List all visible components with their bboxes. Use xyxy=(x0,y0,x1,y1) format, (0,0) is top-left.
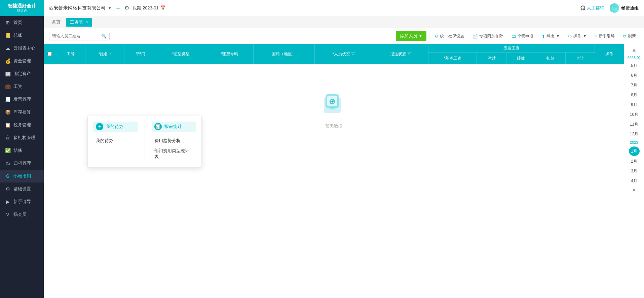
sidebar-item-multi-org[interactable]: 🏛多机构管理 xyxy=(0,131,44,144)
new-guide-label: 新手引导 xyxy=(599,33,615,39)
table-container: 工号 *姓名 ↕ *部门 *证型类型 *证型号码 国籍（地区） *人员状态 ▽ … xyxy=(44,44,624,298)
search-box[interactable]: 🔍 xyxy=(49,32,110,40)
tab-home-label: 首页 xyxy=(52,19,61,25)
user-menu[interactable]: CE 畅捷通组 xyxy=(610,3,639,13)
my-todo-item[interactable]: 我的待办 xyxy=(93,136,138,146)
sidebar-item-fixed-assets[interactable]: 🏢固定资产 xyxy=(0,67,44,80)
sidebar-item-fund-management[interactable]: 💰资金管理 xyxy=(0,55,44,67)
sidebar-item-xiaochang[interactable]: G小畅报销 xyxy=(0,170,44,183)
company-selector[interactable]: 西安虾米网络科技有限公司 ▼ xyxy=(49,5,112,11)
sidebar-icon-invoice-management: 🧾 xyxy=(5,97,11,102)
social-insurance-button[interactable]: ⚙ 统一社保设置 xyxy=(432,32,467,40)
tab-payroll-label: 工资表 xyxy=(70,19,83,25)
tab-payroll-close-icon[interactable]: ✕ xyxy=(85,20,88,24)
sidebar-icon-basic-settings: ⚙ xyxy=(5,186,11,192)
user-name: 畅捷通组 xyxy=(621,5,639,11)
sidebar-item-inventory[interactable]: 📦库存核算 xyxy=(0,106,44,119)
month-item-1[interactable]: 1月 xyxy=(629,146,640,156)
sidebar-item-member[interactable]: V畅会员 xyxy=(0,208,44,221)
search-input[interactable] xyxy=(52,34,99,38)
period-label: 账期 xyxy=(132,5,141,11)
sidebar-icon-multi-org: 🏛 xyxy=(5,135,11,140)
month-item-10[interactable]: 10月 xyxy=(624,110,644,120)
content-area: 🔍 添加人员 ▼ ⚙ 统一社保设置 📄 专项附加扣除 🗃 个税 xyxy=(44,28,644,298)
logo: 畅捷通好会计 畅捷通 xyxy=(0,0,44,16)
sidebar-icon-inventory: 📦 xyxy=(5,109,11,115)
th-person-status: *人员状态 ▽ xyxy=(314,44,373,64)
month-item-2[interactable]: 2月 xyxy=(624,157,644,166)
my-todo-title: 我的待办 xyxy=(106,124,123,130)
empty-icon xyxy=(320,91,347,118)
sidebar-item-close-accounts[interactable]: ✅结账 xyxy=(0,144,44,157)
tab-payroll[interactable]: 工资表 ✕ xyxy=(66,18,92,27)
month-item-7[interactable]: 7月 xyxy=(624,80,644,90)
th-checkbox[interactable] xyxy=(44,44,56,64)
sidebar-icon-new-guide: ▶ xyxy=(5,199,11,204)
th-nationality: 国籍（地区） xyxy=(254,44,315,64)
new-guide-button[interactable]: ? 新手引导 xyxy=(592,32,617,40)
service-button[interactable]: 🎧 人工咨询 xyxy=(580,5,604,11)
sidebar-item-archive[interactable]: 🗂归档管理 xyxy=(0,157,44,170)
add-person-label: 添加人员 xyxy=(400,33,417,39)
tab-home[interactable]: 首页 xyxy=(48,18,65,27)
month-nav-up[interactable]: ▲ xyxy=(624,45,644,54)
export-dropdown-icon: ▼ xyxy=(556,34,560,38)
topbar: 西安虾米网络科技有限公司 ▼ ＋ ⚙ 账期 2023-01 📅 🎧 人工咨询 C… xyxy=(44,0,644,16)
th-name: *姓名 ↕ xyxy=(85,44,124,64)
search-icon: 🔍 xyxy=(101,34,107,39)
sidebar-icon-general-ledger: 📒 xyxy=(5,33,11,38)
personal-tax-label: 个税申报 xyxy=(517,33,533,39)
social-insurance-icon: ⚙ xyxy=(435,34,439,39)
popup-col2-header[interactable]: 📊 报表统计 xyxy=(152,122,196,132)
th-cert-number: *证型号码 xyxy=(205,44,254,64)
popup-col1-header[interactable]: ✦ 我的待办 xyxy=(93,122,138,132)
refresh-label: 刷新 xyxy=(628,33,636,39)
year-2023-label: 2023 xyxy=(629,139,639,146)
sidebar-item-invoice-management[interactable]: 🧾发票管理 xyxy=(0,93,44,106)
export-button[interactable]: ⬆ 导出 ▼ xyxy=(539,32,563,40)
month-item-4[interactable]: 4月 xyxy=(624,176,644,186)
sidebar-item-payroll[interactable]: 💼工资 xyxy=(0,80,44,93)
month-item-9[interactable]: 9月 xyxy=(624,100,644,110)
sidebar-icon-tax: 📋 xyxy=(5,122,11,128)
month-item-5[interactable]: 5月 xyxy=(624,61,644,71)
sidebar-label-fixed-assets: 固定资产 xyxy=(13,71,31,77)
th-department: *部门 xyxy=(124,44,157,64)
headset-icon: 🎧 xyxy=(580,5,585,10)
month-item-11[interactable]: 11月 xyxy=(624,120,644,129)
month-item-12[interactable]: 12月 xyxy=(624,129,644,139)
personal-tax-button[interactable]: 🗃 个税申报 xyxy=(509,32,536,40)
sidebar-label-tax: 税务管理 xyxy=(13,122,31,128)
select-all-checkbox[interactable] xyxy=(47,52,52,56)
th-allowance: 津贴 xyxy=(477,53,506,64)
sidebar-item-new-guide[interactable]: ▶新手引导 xyxy=(0,195,44,208)
month-item-8[interactable]: 8月 xyxy=(624,90,644,100)
dept-cost-item[interactable]: 部门费用类型统计表 xyxy=(152,146,196,162)
my-todo-icon: ✦ xyxy=(96,123,103,130)
refresh-button[interactable]: ↻ 刷新 xyxy=(620,32,639,40)
add-company-button[interactable]: ＋ xyxy=(115,4,121,12)
sidebar-label-multi-org: 多机构管理 xyxy=(13,135,35,141)
sidebar-item-home[interactable]: ⊞首页 xyxy=(0,16,44,29)
sidebar-item-cloud-reports[interactable]: ☁云报表中心 xyxy=(0,42,44,55)
sidebar-item-tax[interactable]: 📋税务管理 xyxy=(0,119,44,131)
th-total: 合计 xyxy=(565,53,595,64)
month-item-3[interactable]: 3月 xyxy=(624,166,644,176)
tabbar: 首页 工资表 ✕ xyxy=(44,16,644,28)
sidebar-item-general-ledger[interactable]: 📒总账 xyxy=(0,29,44,42)
cost-trend-item[interactable]: 费用趋势分析 xyxy=(152,136,196,146)
my-todo-label: 我的待办 xyxy=(96,138,113,143)
sidebar-item-basic-settings[interactable]: ⚙基础设置 xyxy=(0,183,44,195)
special-deduction-button[interactable]: 📄 专项附加扣除 xyxy=(470,32,506,40)
operations-button[interactable]: ⚙ 操作 ▼ xyxy=(565,32,590,40)
add-person-button[interactable]: 添加人员 ▼ xyxy=(396,31,426,41)
period-display: 账期 2023-01 📅 xyxy=(132,5,165,11)
operations-dropdown-icon: ▼ xyxy=(583,34,587,38)
th-employee-id: 工号 xyxy=(56,44,85,64)
social-insurance-label: 统一社保设置 xyxy=(440,33,464,39)
month-item-6[interactable]: 6月 xyxy=(624,71,644,80)
calendar-icon[interactable]: 📅 xyxy=(160,5,165,10)
operations-label: 操作 xyxy=(573,33,581,39)
settings-icon[interactable]: ⚙ xyxy=(124,5,129,11)
month-nav-down[interactable]: ▼ xyxy=(624,186,644,195)
